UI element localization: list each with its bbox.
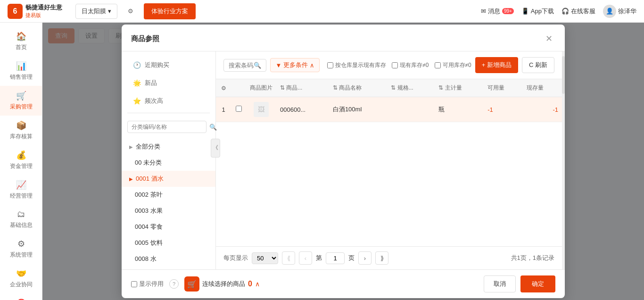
modal-header: 商品参照 ✕ <box>122 25 565 51</box>
app-download-nav-item[interactable]: 📱 App下载 <box>521 7 554 16</box>
product-reference-modal: 商品参照 ✕ 🕐 近期购买 🌟 <box>122 25 565 298</box>
modal-close-button[interactable]: ✕ <box>542 32 555 45</box>
right-scrollbar[interactable] <box>562 51 565 269</box>
sort-icon-unit: ⇅ <box>438 84 443 91</box>
row-checkbox[interactable] <box>231 97 246 122</box>
category-search-icon[interactable]: 🔍 <box>209 124 217 131</box>
settings-gear-icon[interactable]: ⚙ <box>123 4 138 19</box>
system-icon: ⚙ <box>17 239 25 249</box>
high-frequency-tab[interactable]: ⭐ 频次高 <box>127 93 210 109</box>
next-page-button[interactable]: › <box>358 251 372 265</box>
footer-action-buttons: 取消 确定 <box>484 275 555 292</box>
page-size-label: 每页显示 <box>223 254 248 262</box>
phone-icon: 📱 <box>521 8 529 15</box>
col-header-settings[interactable]: ⚙ <box>216 79 231 97</box>
sidebar-item-finance[interactable]: 💰 资金管理 <box>0 145 42 175</box>
messages-nav-item[interactable]: ✉ 消息 99+ <box>481 7 514 16</box>
basic-icon: 🗂 <box>17 209 25 219</box>
collapse-selection-icon[interactable]: ∧ <box>255 280 260 288</box>
product-image-placeholder: 🖼 <box>254 102 269 117</box>
sidebar-item-operations[interactable]: 📈 经营管理 <box>0 175 42 205</box>
refresh-button[interactable]: C 刷新 <box>522 57 554 73</box>
category-0008[interactable]: 0008 水 <box>122 251 215 267</box>
checkbox-current-stock[interactable]: 现有库存≠0 <box>392 61 429 69</box>
page-total-text: 共1页，1条记录 <box>511 254 554 262</box>
sort-icon-code: ⇅ <box>280 84 285 91</box>
page-label-end: 页 <box>348 254 355 262</box>
sidebar-item-purchase[interactable]: 🛒 采购管理 <box>0 86 42 116</box>
category-0004[interactable]: 0004 零食 <box>122 219 215 235</box>
row-product-code: 000600... <box>276 97 329 122</box>
show-disabled-checkbox[interactable]: 显示停用 <box>131 280 164 288</box>
filter-checkboxes: 按仓库显示现有库存 现有库存≠0 可用库存≠0 <box>327 61 471 69</box>
sidebar-item-enterprise[interactable]: 🤝 企业协同 <box>0 264 42 293</box>
logo-text: 畅捷通好生意 捷易版 <box>25 3 62 19</box>
guide-icon: 🎯 <box>16 298 26 300</box>
trial-industry-button[interactable]: 体验行业方案 <box>144 3 196 19</box>
col-header-unit[interactable]: ⇅ 主计量 <box>435 79 484 97</box>
product-table-wrapper: ⚙ 商品图片 ⇅ 商品... ⇅ <box>216 79 562 246</box>
category-search-input[interactable] <box>127 121 206 133</box>
modal-body: 🕐 近期购买 🌟 新品 ⭐ 频次高 <box>122 51 565 269</box>
ops-icon: 📈 <box>16 180 26 190</box>
sidebar-item-home[interactable]: 🏠 首页 <box>0 26 42 56</box>
new-product-tab[interactable]: 🌟 新品 <box>127 75 210 91</box>
sidebar-label-finance: 资金管理 <box>10 162 33 170</box>
category-0003[interactable]: 0003 水果 <box>122 203 215 219</box>
scrollbar-thumb[interactable] <box>562 56 565 94</box>
first-page-button[interactable]: ⟪ <box>282 251 295 265</box>
inventory-icon: 📦 <box>16 120 26 131</box>
product-search-input[interactable] <box>229 62 254 69</box>
last-page-button[interactable]: ⟫ <box>375 251 388 265</box>
sidebar-item-inventory[interactable]: 📦 库存核算 <box>0 116 42 145</box>
col-header-spec[interactable]: ⇅ 规格... <box>387 79 435 97</box>
sidebar-item-system[interactable]: ⚙ 系统管理 <box>0 234 42 264</box>
confirm-button[interactable]: 确定 <box>520 275 555 292</box>
sidebar-item-sales[interactable]: 📊 销售管理 <box>0 56 42 86</box>
logo: 6 畅捷通好生意 捷易版 <box>8 3 62 19</box>
online-service-nav-item[interactable]: 🎧 在线客服 <box>561 7 595 16</box>
user-avatar: 👤 <box>603 5 616 18</box>
top-navigation: 6 畅捷通好生意 捷易版 日太阳膜 ▾ ⚙ 体验行业方案 ✉ 消息 99+ 📱 … <box>0 0 644 23</box>
category-0001[interactable]: ▶ 0001 酒水 <box>122 171 215 187</box>
table-row[interactable]: 1 🖼 000600... 白酒100ml 瓶 <box>216 97 562 122</box>
sidebar-label-purchase: 采购管理 <box>10 103 33 111</box>
search-magnify-icon[interactable]: 🔍 <box>254 62 261 69</box>
checkbox-available-stock[interactable]: 可用库存≠0 <box>435 61 471 69</box>
col-header-code[interactable]: ⇅ 商品... <box>276 79 329 97</box>
col-header-current: 现存量 <box>523 79 562 97</box>
category-0005[interactable]: 0005 饮料 <box>122 235 215 251</box>
selected-count-badge: 0 <box>248 280 252 288</box>
company-dropdown[interactable]: 日太阳膜 ▾ <box>75 4 117 19</box>
collapse-panel-button[interactable]: 《 <box>211 139 220 158</box>
page-size-select[interactable]: 50 10 20 100 <box>252 252 278 264</box>
chevron-down-icon: ▾ <box>108 8 111 15</box>
category-0002[interactable]: 0002 茶叶 <box>122 187 215 203</box>
cancel-button[interactable]: 取消 <box>484 275 516 292</box>
cart-label: 连续选择的商品 <box>202 280 245 288</box>
prev-page-button[interactable]: ‹ <box>299 251 312 265</box>
more-filter-button[interactable]: ▼ 更多条件 ∧ <box>270 58 320 72</box>
col-header-name[interactable]: ⇅ 商品名称 <box>329 79 387 97</box>
add-product-button[interactable]: + 新增商品 <box>475 57 518 73</box>
modal-footer: 显示停用 ? 🛒 连续选择的商品 0 ∧ 取消 确定 <box>122 269 565 298</box>
star-icon: ⭐ <box>133 97 141 105</box>
modal-left-panel: 🕐 近期购买 🌟 新品 ⭐ 频次高 <box>122 51 216 269</box>
tab-divider <box>127 113 210 113</box>
filter-icon: ▼ <box>275 62 281 69</box>
help-icon[interactable]: ? <box>169 279 179 289</box>
checkbox-by-warehouse[interactable]: 按仓库显示现有库存 <box>327 61 386 69</box>
new-icon: 🌟 <box>133 79 141 87</box>
category-00[interactable]: 00 未分类 <box>122 155 215 171</box>
category-all[interactable]: ▶ 全部分类 <box>122 139 215 155</box>
message-icon: ✉ <box>481 8 486 15</box>
category-0010[interactable]: 0010 家电 <box>122 267 215 269</box>
page-number-input[interactable] <box>326 252 345 264</box>
recent-purchase-tab[interactable]: 🕐 近期购买 <box>127 57 210 73</box>
sort-icon-spec: ⇅ <box>391 84 396 91</box>
sidebar-item-guide[interactable]: 🎯 新手引导 <box>0 293 42 300</box>
category-search-area: 🔍 <box>122 117 215 137</box>
sidebar-item-basic-info[interactable]: 🗂 基础信息 <box>0 205 42 234</box>
user-profile-nav-item[interactable]: 👤 徐泽华 <box>603 5 636 18</box>
content-area: 查询 设置 刷新 商品参照 ✕ 🕐 <box>42 23 644 300</box>
